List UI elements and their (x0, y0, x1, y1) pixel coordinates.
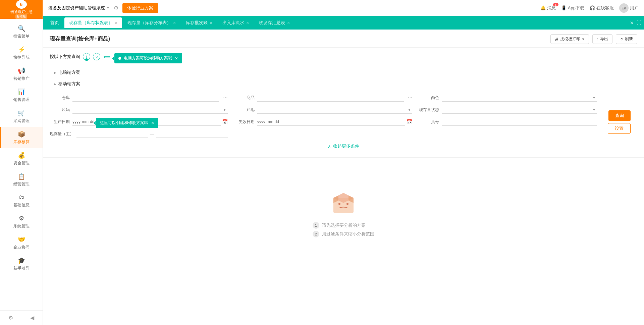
expire-date-start-input[interactable] (257, 118, 406, 126)
close-all-tabs-btn[interactable]: ✕ (630, 20, 634, 25)
tab-in-out-flow[interactable]: 出入库流水 ✕ (218, 17, 254, 28)
expire-date-label: 失效日期 (234, 119, 255, 125)
filter-field-qty-status: 现存量状态 ▼ (419, 106, 597, 114)
inventory-icon: 📦 (18, 130, 25, 138)
expand-view-btn[interactable]: ⛶ (637, 20, 641, 25)
scheme-panel-pc[interactable]: ▶ 电脑端方案 (50, 67, 103, 78)
gear-btn[interactable]: ⚙ (114, 5, 118, 11)
experience-btn[interactable]: 体验行业方案 (122, 3, 158, 13)
filter-row-4: 现存量（主） — (50, 130, 637, 138)
online-service-btn[interactable]: 🎧 在线客服 (590, 5, 614, 11)
back-scheme-btn[interactable]: ⟸ (103, 53, 110, 60)
batch-input[interactable] (442, 118, 597, 126)
size-select[interactable] (72, 106, 228, 114)
main-area: 装备及固定资产辅助管理系统 ▼ ⚙ 体验行业方案 🔔 消息 6 📱 App下载 … (43, 0, 644, 325)
pc-scheme-tooltip-close[interactable]: ✕ (175, 56, 178, 61)
tab-batch-ledger[interactable]: 库存批次账 ✕ (181, 17, 217, 28)
tab-inventory-dist[interactable]: 现存量（库存分布表） ✕ (123, 17, 180, 28)
notice-btn[interactable]: 🔔 消息 6 (540, 5, 556, 11)
sidebar-item-enterprise[interactable]: 🤝 企业协同 (0, 232, 43, 254)
scheme-panel-mobile[interactable]: ▶ 移动端方案 (50, 78, 103, 90)
scheme-tooltip-close[interactable]: ✕ (151, 121, 154, 125)
tab-close-batch-ledger[interactable]: ✕ (210, 21, 212, 25)
sidebar-item-operations[interactable]: 📋 经营管理 (0, 169, 43, 191)
expire-date-icon[interactable]: 📅 (407, 119, 412, 124)
sidebar-label-shortcut: 快捷导航 (13, 55, 30, 60)
newbie-icon: 🎓 (18, 257, 25, 264)
tooltip-dot (118, 57, 121, 60)
refresh-btn[interactable]: ↻ 刷新 (616, 34, 637, 44)
sidebar-item-purchase[interactable]: 🛒 采购管理 (0, 106, 43, 127)
tab-in-out-flow-label: 出入库流水 (222, 20, 244, 26)
prod-date-label: 生产日期 (50, 119, 70, 125)
sidebar-item-search[interactable]: 🔍 搜索菜单 (0, 21, 43, 43)
operations-icon: 📋 (18, 173, 25, 180)
step-1-text: 请先选择要分析的方案 (322, 222, 366, 228)
sidebar-item-newbie[interactable]: 🎓 新手引导 (0, 254, 43, 275)
sidebar-item-shortcut[interactable]: ⚡ 快捷导航 (0, 43, 43, 64)
sidebar-item-basic[interactable]: 🗂 基础信息 (0, 191, 43, 211)
header-right: 🔔 消息 6 📱 App下载 🎧 在线客服 Ea 用户 (540, 3, 639, 13)
sidebar-item-sales[interactable]: 📊 销售管理 (0, 85, 43, 106)
tab-home[interactable]: 首页 (46, 18, 64, 28)
template-print-label: 按模板打印 (560, 36, 580, 42)
empty-step-1: 1 请先选择要分析的方案 (313, 222, 374, 229)
color-select[interactable] (442, 94, 597, 102)
main-qty-max-input[interactable] (156, 130, 228, 138)
print-icon: 🖨 (555, 37, 559, 42)
content-area: 现存量查询(按仓库+商品) 🖨 按模板打印 ▼ ↑ 导出 ↻ 刷新 (43, 30, 644, 325)
scheme-panel-pc-label: 电脑端方案 (58, 69, 80, 75)
main-qty-min-input[interactable] (76, 130, 148, 138)
tab-close-in-out-flow[interactable]: ✕ (246, 21, 249, 25)
step-2-num: 2 (313, 231, 319, 237)
system-title: 装备及固定资产辅助管理系统 (48, 5, 105, 11)
tab-close-inventory-dist[interactable]: ✕ (173, 21, 176, 25)
step-2-text: 用过滤条件来缩小分析范围 (322, 231, 374, 237)
svg-point-5 (346, 203, 348, 205)
collapse-filter-btn[interactable]: ∧ 收起更多条件 (50, 141, 637, 152)
sidebar-item-finance[interactable]: 💰 资金管理 (0, 148, 43, 169)
tab-batch-ledger-label: 库存批次账 (186, 20, 208, 26)
refresh-icon: ↻ (620, 37, 624, 42)
tab-inventory-status[interactable]: 现存量（库存状况表） ✕ (64, 17, 122, 28)
refresh-label: 刷新 (625, 36, 633, 42)
tab-close-recv-summary[interactable]: ✕ (287, 21, 290, 25)
filter-field-product: 商品 ··· (234, 94, 413, 102)
main-qty-label: 现存量（主） (50, 131, 74, 137)
origin-select[interactable] (257, 106, 413, 114)
service-label: 在线客服 (596, 5, 614, 11)
filter-fields-container: 仓库 ··· 商品 ··· (50, 94, 637, 138)
template-print-btn[interactable]: 🖨 按模板打印 ▼ (550, 34, 589, 44)
app-label: App下载 (568, 5, 584, 11)
product-dots-icon[interactable]: ··· (408, 95, 412, 101)
search-btn[interactable]: 查询 (608, 110, 631, 121)
sidebar-item-inventory[interactable]: 📦 库存核算 (0, 127, 43, 148)
reset-btn[interactable]: 设置 (608, 123, 631, 134)
scheme-panel-mobile-label: 移动端方案 (58, 81, 80, 87)
warehouse-input[interactable] (72, 94, 219, 102)
tab-recv-summary[interactable]: 收发存汇总表 ✕ (254, 17, 294, 28)
tab-recv-summary-label: 收发存汇总表 (259, 20, 285, 26)
export-btn[interactable]: ↑ 导出 (592, 34, 612, 44)
sidebar-item-system[interactable]: ⚙ 系统管理 (0, 211, 43, 232)
avatar-text: Ea (622, 6, 626, 10)
dot-indicator (85, 58, 88, 61)
filter-field-origin: 产地 ▼ (234, 106, 413, 114)
qty-status-select[interactable] (442, 106, 597, 114)
finance-icon: 💰 (18, 152, 25, 159)
logo-tag: 标准版 (15, 14, 27, 19)
product-input[interactable] (257, 94, 404, 102)
sidebar-item-marketing[interactable]: 📢 营销推广 (0, 64, 43, 85)
app-download-btn[interactable]: 📱 App下载 (561, 5, 584, 11)
pc-scheme-tooltip-text: 电脑方案可设为移动方案哦 (124, 55, 172, 61)
edit-scheme-btn[interactable]: ○ (93, 53, 100, 60)
expire-date-wrap: 📅 (257, 118, 413, 126)
warehouse-dots-icon[interactable]: ··· (223, 95, 227, 101)
settings-bottom-icon[interactable]: ⚙ (8, 315, 13, 321)
tab-close-inventory-status[interactable]: ✕ (115, 21, 117, 25)
prod-date-icon[interactable]: 📅 (222, 119, 228, 124)
collapse-sidebar-icon[interactable]: ◀ (30, 315, 34, 321)
logo-abbr: 6 (20, 2, 23, 7)
user-menu[interactable]: Ea 用户 (619, 3, 639, 13)
system-title-dropdown[interactable]: 装备及固定资产辅助管理系统 ▼ (48, 5, 110, 11)
